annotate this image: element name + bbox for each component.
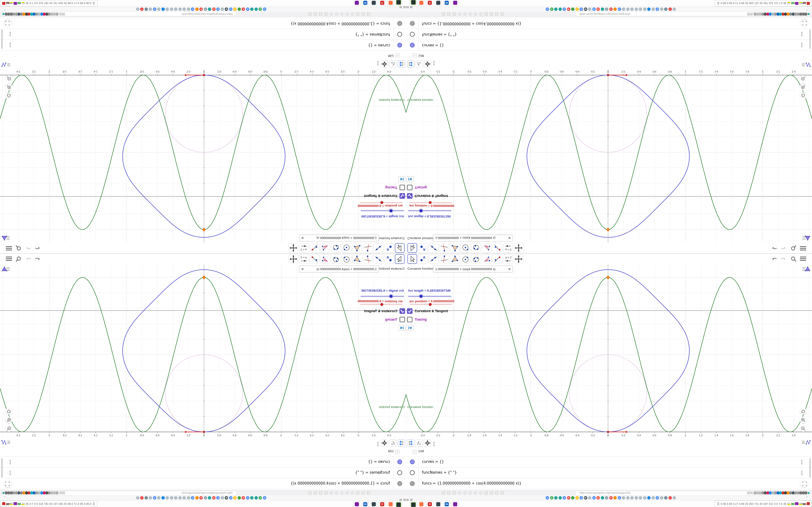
tool-polygon[interactable] — [352, 243, 362, 253]
dot-icon[interactable] — [330, 492, 333, 494]
taskbar-app-terminal[interactable] — [410, 0, 416, 6]
arc-position-slider-handle[interactable] — [429, 201, 432, 204]
person-icon[interactable] — [442, 13, 445, 15]
list-item-curves[interactable]: curves = {} — [406, 456, 812, 467]
kebab-menu-icon[interactable] — [434, 441, 435, 447]
gear2-icon[interactable] — [5, 491, 8, 495]
visibility-toggle[interactable] — [397, 459, 402, 464]
menu-icon[interactable] — [800, 256, 806, 263]
tool-angle[interactable]: α — [482, 243, 492, 253]
arrow-icon[interactable] — [362, 13, 364, 15]
bookmark-favicon[interactable] — [601, 7, 604, 11]
tool-slider[interactable]: a = 2 — [503, 243, 513, 253]
home-button[interactable] — [6, 93, 12, 99]
kebab-menu-icon[interactable] — [377, 60, 378, 66]
arc-length-slider-handle[interactable] — [390, 209, 393, 212]
bookmark-favicon[interactable] — [179, 496, 182, 500]
bookmark-favicon[interactable]: G — [550, 7, 553, 11]
taskbar-app-settings[interactable]: ⚙ — [379, 501, 386, 507]
tracing-checkbox[interactable] — [400, 185, 405, 190]
plot-canvas[interactable]: -2.4-2.2-2-1.8-1.6-1.4-1.2-1-0.8-0.6-0.4… — [406, 265, 812, 438]
bookmark-favicon[interactable] — [639, 7, 642, 11]
dot-icon[interactable] — [469, 13, 471, 15]
bookmark-favicon[interactable] — [660, 7, 663, 11]
home-button[interactable] — [800, 408, 806, 414]
tab-icon[interactable] — [356, 492, 359, 494]
bookmark-favicon[interactable] — [635, 496, 638, 500]
fullscreen-button[interactable] — [4, 480, 12, 488]
chevron-down-icon[interactable] — [301, 237, 304, 238]
bookmark-favicon[interactable]: i — [204, 496, 207, 500]
bookmark-favicon[interactable] — [647, 496, 651, 500]
dot-icon[interactable] — [346, 13, 349, 15]
tool-angle[interactable]: α — [320, 254, 330, 264]
bookmark-favicon[interactable] — [157, 7, 161, 11]
bookmark-favicon[interactable] — [672, 496, 676, 500]
dot-icon[interactable] — [351, 13, 354, 15]
dot-icon[interactable] — [346, 492, 349, 494]
folder-icon[interactable] — [485, 13, 488, 15]
algebra-stylebar-toggle[interactable] — [801, 61, 811, 67]
redo-button[interactable] — [26, 256, 33, 263]
visibility-toggle[interactable] — [410, 32, 415, 37]
gear-icon[interactable] — [424, 439, 431, 447]
home-button[interactable] — [800, 93, 806, 99]
undo-button[interactable] — [771, 256, 778, 263]
skip-to-start-button[interactable] — [398, 325, 406, 331]
visibility-toggle[interactable] — [410, 43, 415, 48]
tool-reflect[interactable] — [310, 254, 319, 264]
bookmark-favicon[interactable] — [179, 7, 182, 11]
tree-view-toggle[interactable] — [398, 439, 405, 447]
list-item-funcnames[interactable]: funcNames = {" "} — [406, 467, 812, 478]
arc-position-slider-handle[interactable] — [429, 303, 432, 306]
arc-position-slider-handle[interactable] — [380, 303, 383, 306]
bookmark-favicon[interactable]: i — [605, 496, 608, 500]
bookmark-favicon[interactable] — [166, 496, 169, 500]
bookmark-favicon[interactable]: G — [618, 7, 621, 11]
redo-button[interactable] — [779, 244, 786, 251]
undo-button[interactable] — [34, 244, 41, 251]
list-item-funcs[interactable]: funcs = {1.000000000000 + cos(4.00000000… — [406, 18, 812, 29]
tool-perpendicular[interactable] — [363, 243, 373, 253]
scrollbar[interactable] — [1, 30, 3, 49]
collapse-list-button[interactable]: − — [412, 53, 417, 57]
tool-line[interactable] — [373, 243, 383, 253]
menu-icon[interactable] — [800, 244, 806, 251]
tool-circle-center[interactable] — [461, 243, 470, 253]
bookmark-favicon[interactable] — [238, 7, 241, 11]
bookmark-favicon[interactable] — [626, 496, 629, 500]
dot-icon[interactable] — [335, 13, 338, 15]
gear2-icon[interactable] — [804, 491, 807, 495]
bookmark-favicon[interactable] — [174, 496, 177, 500]
chevron-up-icon[interactable]: ⌃ — [806, 8, 808, 11]
dot-icon[interactable] — [474, 492, 477, 494]
bookmark-favicon[interactable] — [613, 7, 617, 11]
plot-canvas[interactable]: -2.4-2.2-2-1.8-1.6-1.4-1.2-1-0.8-0.6-0.4… — [0, 69, 406, 242]
back-icon[interactable] — [490, 492, 493, 494]
tool-point[interactable]: A — [384, 243, 394, 253]
graphics-stylebar-toggle[interactable] — [1, 266, 10, 273]
chevron-up-icon[interactable]: ⌃ — [806, 496, 808, 499]
bookmark-favicon[interactable]: G — [546, 496, 549, 500]
arc-length-slider-handle[interactable] — [419, 209, 422, 212]
bookmark-favicon[interactable] — [221, 7, 224, 11]
tool-reflect[interactable] — [493, 254, 502, 264]
graphics-stylebar-toggle[interactable] — [802, 266, 811, 273]
visibility-toggle[interactable] — [397, 32, 402, 37]
bookmark-favicon[interactable]: G — [579, 496, 583, 500]
bookmark-favicon[interactable] — [652, 7, 655, 11]
bookmark-favicon[interactable] — [208, 7, 211, 11]
visibility-toggle[interactable] — [410, 470, 415, 475]
bookmark-favicon[interactable]: G — [263, 7, 266, 11]
bookmark-favicon[interactable] — [643, 496, 647, 500]
row-kebab-icon[interactable] — [801, 459, 802, 465]
tool-move[interactable] — [395, 243, 405, 253]
row-kebab-icon[interactable] — [10, 459, 11, 465]
plot-canvas[interactable]: -2.4-2.2-2-1.8-1.6-1.4-1.2-1-0.8-0.6-0.4… — [0, 265, 406, 438]
list-item-funcnames[interactable]: funcNames = {" "} — [406, 29, 812, 40]
tool-move[interactable] — [407, 243, 417, 253]
bookmark-favicon[interactable]: G — [212, 496, 215, 500]
bookmark-favicon[interactable] — [588, 7, 591, 11]
bookmark-favicon[interactable] — [558, 7, 562, 11]
tracing-checkbox[interactable] — [407, 185, 412, 190]
